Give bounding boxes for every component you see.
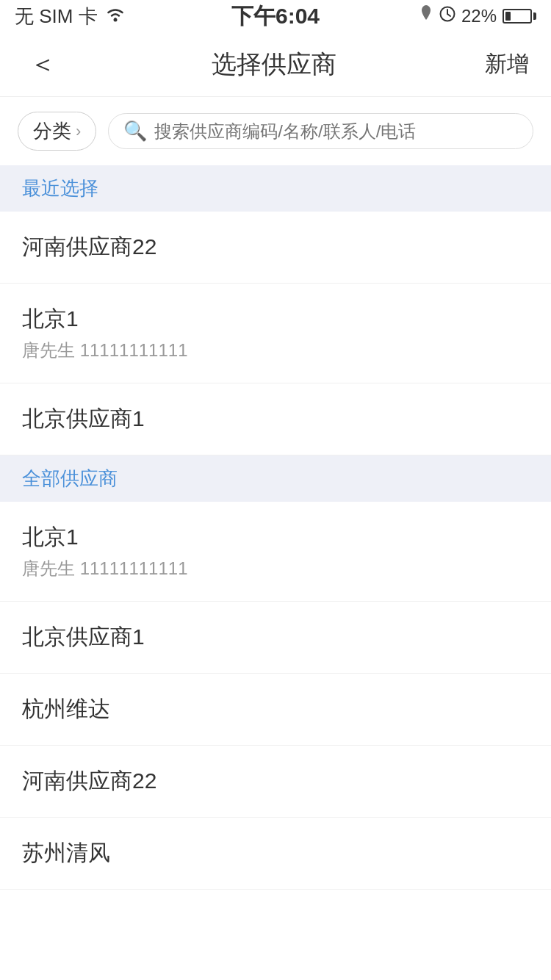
nav-bar: ＜ 选择供应商 新增 [0, 32, 551, 97]
svg-point-0 [113, 18, 117, 21]
status-right: 22% [419, 5, 536, 27]
all-list-item[interactable]: 杭州维达 [0, 674, 551, 746]
recent-list-item[interactable]: 河南供应商22 [0, 212, 551, 284]
add-button[interactable]: 新增 [485, 49, 529, 79]
item-name: 北京1 [22, 522, 529, 552]
recent-section-header: 最近选择 [0, 165, 551, 212]
item-name: 杭州维达 [22, 694, 529, 724]
search-input[interactable] [154, 121, 518, 142]
all-list-item[interactable]: 北京1唐先生 11111111111 [0, 502, 551, 602]
page-title: 选择供应商 [212, 48, 336, 82]
recent-section-label: 最近选择 [22, 177, 98, 199]
item-sub: 唐先生 11111111111 [22, 339, 529, 362]
item-name: 河南供应商22 [22, 766, 529, 796]
all-list-item[interactable]: 苏州清风 [0, 818, 551, 890]
item-name: 河南供应商22 [22, 232, 529, 262]
item-name: 北京1 [22, 304, 529, 334]
back-button[interactable]: ＜ [22, 39, 63, 90]
status-bar: 无 SIM 卡 下午6:04 22% [0, 0, 551, 32]
category-label: 分类 [33, 118, 71, 144]
chevron-right-icon: › [76, 122, 81, 141]
category-button[interactable]: 分类 › [18, 112, 96, 151]
battery-icon [503, 9, 536, 24]
filter-bar: 分类 › 🔍 [0, 97, 551, 165]
battery-percentage: 22% [461, 6, 497, 26]
status-left: 无 SIM 卡 [15, 4, 126, 29]
wifi-icon [105, 5, 126, 28]
all-list-item[interactable]: 北京供应商1 [0, 602, 551, 674]
all-section-label: 全部供应商 [22, 467, 118, 489]
search-box: 🔍 [108, 113, 533, 149]
search-icon: 🔍 [123, 120, 147, 143]
svg-line-3 [447, 14, 450, 16]
item-name: 北京供应商1 [22, 404, 529, 434]
item-name: 苏州清风 [22, 838, 529, 868]
all-list: 北京1唐先生 11111111111北京供应商1杭州维达河南供应商22苏州清风 [0, 502, 551, 890]
recent-list: 河南供应商22北京1唐先生 11111111111北京供应商1 [0, 212, 551, 455]
recent-list-item[interactable]: 北京1唐先生 11111111111 [0, 284, 551, 383]
all-list-item[interactable]: 河南供应商22 [0, 746, 551, 818]
item-sub: 唐先生 11111111111 [22, 557, 529, 580]
status-time: 下午6:04 [231, 1, 320, 32]
recent-list-item[interactable]: 北京供应商1 [0, 383, 551, 455]
item-name: 北京供应商1 [22, 622, 529, 652]
all-section-header: 全部供应商 [0, 455, 551, 502]
clock-icon [439, 6, 455, 26]
location-icon [419, 5, 433, 27]
carrier-label: 无 SIM 卡 [15, 4, 98, 29]
